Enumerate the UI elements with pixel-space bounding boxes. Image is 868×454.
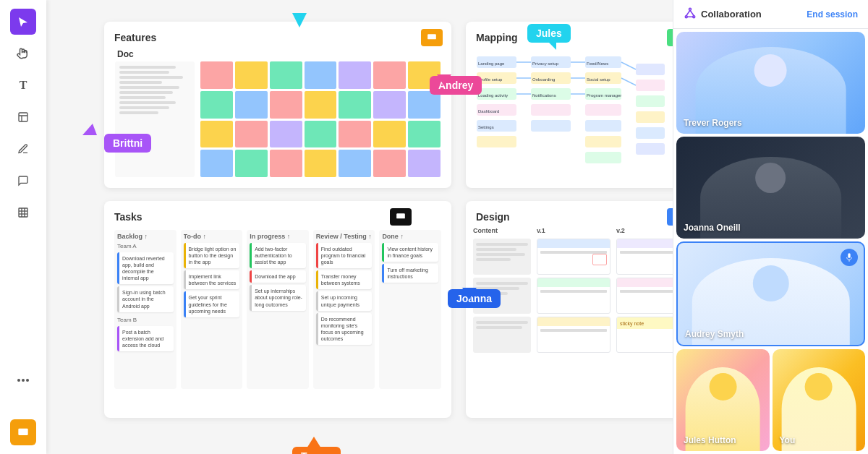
mapping-comment-icon[interactable]	[667, 29, 673, 46]
collaboration-icon	[684, 7, 697, 22]
design-panel: Design Content	[466, 201, 673, 418]
kanban-card: Transfer money between systems	[316, 270, 373, 289]
svg-rect-42	[636, 111, 665, 123]
video-tiles-container: Trever Rogers Joanna Oneill Audrey Smyth	[673, 29, 868, 454]
svg-rect-9	[18, 429, 27, 435]
svg-rect-1	[19, 208, 27, 217]
kanban-card: Add two-factor authentication to assist …	[250, 243, 306, 268]
more-tool[interactable]	[10, 367, 36, 393]
text-tool[interactable]: T	[10, 72, 36, 98]
main-canvas: Features Doc	[46, 0, 673, 454]
header-left: Collaboration	[684, 7, 762, 22]
design-comment-icon[interactable]	[667, 208, 673, 226]
kanban-card: Post a batch extension add and access th…	[117, 326, 174, 351]
left-toolbar: T	[0, 0, 46, 454]
svg-rect-31	[531, 120, 571, 132]
svg-marker-68	[82, 124, 97, 135]
trevor-label: Trevor	[292, 447, 341, 454]
video-tile-audrey: Audrey Smyth	[676, 241, 865, 346]
features-panel: Features Doc	[104, 22, 451, 188]
v1-col: v.1	[537, 227, 610, 411]
svg-rect-38	[585, 152, 621, 163]
video-row-bottom: Jules Hutton You	[676, 349, 865, 451]
hand-tool[interactable]	[10, 40, 36, 67]
col-header-inprogress: In progress ↑	[250, 233, 306, 240]
svg-rect-30	[531, 104, 571, 116]
kanban-card: Download reverted app, build and decompi…	[117, 252, 174, 284]
svg-marker-67	[292, 13, 307, 27]
svg-marker-69	[437, 74, 451, 86]
kanban-card: Bridge light option on button to the des…	[184, 243, 240, 268]
kanban-card: Find outdated program to financial goals	[316, 243, 373, 268]
frame-tool[interactable]	[10, 200, 36, 226]
design-title: Design	[476, 211, 673, 223]
svg-text:Profile setup: Profile setup	[478, 77, 503, 82]
kanban-card: Download the app	[250, 270, 306, 283]
collaboration-header: Collaboration End session	[673, 0, 868, 29]
svg-rect-15	[396, 213, 405, 218]
svg-line-51	[621, 62, 636, 69]
svg-text:Notifications: Notifications	[532, 93, 556, 98]
v1-label: v.1	[537, 227, 610, 234]
svg-point-6	[17, 379, 20, 382]
col-header-done: Done ↑	[382, 233, 438, 240]
kanban-card: Do recommend monitoring site's focus on …	[316, 313, 373, 345]
svg-text:Landing page: Landing page	[478, 61, 505, 66]
features-comment-icon[interactable]	[421, 29, 443, 46]
svg-rect-36	[585, 120, 621, 132]
jules-label: Jules	[527, 24, 571, 43]
svg-line-76	[690, 10, 694, 16]
svg-text:Onboarding: Onboarding	[532, 77, 555, 82]
mic-icon-audrey	[841, 249, 858, 266]
col-header-todo: To-do ↑	[184, 233, 240, 240]
svg-text:Loading activity: Loading activity	[478, 93, 508, 98]
design-content: Content v.1	[473, 227, 673, 411]
participant-name-jules: Jules Hutton	[684, 435, 736, 445]
content-label: Content	[473, 227, 531, 234]
mapping-title: Mapping	[476, 32, 673, 43]
video-tile-you: You	[773, 349, 866, 451]
svg-rect-0	[19, 113, 27, 121]
kanban-col-review: Review / Testing ↑ Find outdated program…	[313, 230, 375, 389]
kanban-card: View content history in finance goals	[382, 243, 438, 262]
col-header-review: Review / Testing ↑	[316, 233, 373, 240]
svg-rect-26	[477, 136, 516, 147]
svg-rect-41	[636, 95, 665, 107]
comment-tool[interactable]	[10, 168, 36, 194]
pen-tool[interactable]	[10, 136, 36, 162]
end-session-button[interactable]: End session	[807, 9, 858, 20]
mapping-diagram: Landing page Profile setup Loading activ…	[473, 48, 673, 181]
video-tile-jules: Jules Hutton	[676, 349, 770, 451]
features-title: Features	[114, 32, 441, 43]
participant-name-trever: Trever Rogers	[684, 118, 742, 128]
kanban-card: Implement link between the services	[184, 270, 240, 289]
brittni-label: Brittni	[104, 134, 151, 153]
kanban-col-done: Done ↑ View content history in finance g…	[379, 230, 441, 389]
svg-rect-43	[636, 127, 665, 139]
col-header-backlog: Backlog ↑	[117, 233, 174, 240]
bottom-chat-button[interactable]	[10, 419, 36, 445]
doc-label: Doc	[117, 49, 134, 59]
svg-text:Privacy setup: Privacy setup	[532, 61, 559, 66]
kanban-card: Turn off marketing instructions	[382, 264, 438, 283]
svg-text:Feed/News: Feed/News	[587, 61, 608, 66]
svg-rect-35	[585, 104, 621, 116]
svg-point-72	[689, 8, 692, 10]
svg-point-7	[22, 379, 25, 382]
svg-text:Program manager: Program manager	[587, 93, 621, 98]
svg-text:Social setup: Social setup	[587, 77, 610, 82]
svg-marker-70	[462, 288, 477, 299]
tasks-panel: Tasks Backlog ↑ Team A Download reverted…	[104, 201, 451, 418]
svg-rect-78	[848, 253, 850, 258]
sticky-tool[interactable]	[10, 104, 36, 130]
participant-name-you: You	[780, 435, 796, 445]
kanban-card: Set up internships about upcoming role-l…	[250, 285, 306, 310]
svg-rect-37	[585, 136, 621, 147]
tasks-comment-icon[interactable]	[390, 208, 412, 226]
svg-rect-44	[636, 143, 665, 155]
select-tool[interactable]	[10, 9, 36, 35]
v2-label: v.2	[616, 227, 673, 234]
mapping-panel: Mapping	[466, 22, 673, 188]
kanban-col-todo: To-do ↑ Bridge light option on button to…	[181, 230, 243, 389]
video-tile-joanna: Joanna Oneill	[676, 137, 865, 239]
